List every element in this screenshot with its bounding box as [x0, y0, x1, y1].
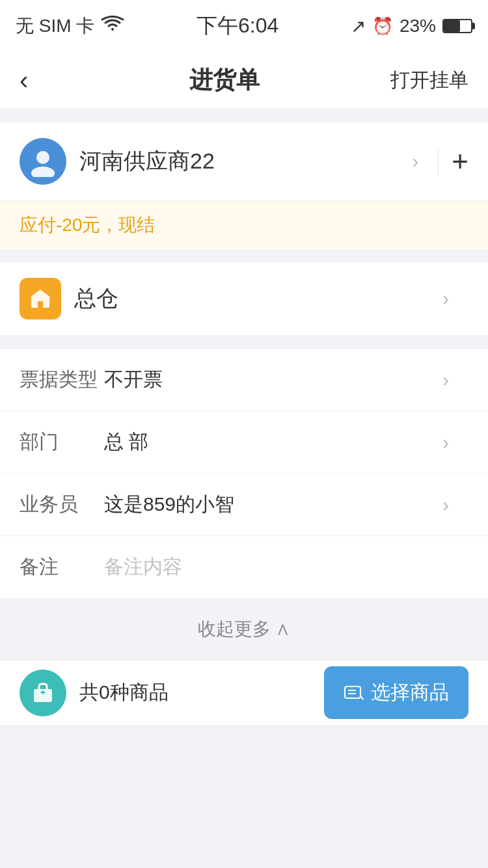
page-background — [0, 725, 488, 868]
svg-rect-4 — [38, 301, 43, 308]
select-product-button[interactable]: 选择商品 — [324, 666, 468, 719]
section-divider-3 — [0, 336, 488, 349]
salesperson-value: 这是859的小智 — [104, 491, 442, 518]
salesperson-row[interactable]: 业务员 这是859的小智 › — [0, 474, 488, 536]
department-row[interactable]: 部门 总 部 › — [0, 411, 488, 474]
add-button[interactable]: + — [438, 147, 468, 176]
salesperson-chevron-icon: › — [442, 494, 449, 516]
status-left: 无 SIM 卡 — [16, 14, 124, 38]
bottom-bar: 共0种商品 选择商品 — [0, 660, 488, 725]
battery-icon — [442, 19, 472, 33]
collapse-label: 收起更多 ∧ — [198, 617, 291, 642]
status-right: ↗ ⏰ 23% — [351, 16, 472, 37]
wifi-icon — [101, 15, 124, 38]
invoice-type-value: 不开票 — [104, 366, 442, 393]
warehouse-chevron-icon: › — [442, 288, 449, 310]
supplier-avatar — [20, 138, 66, 185]
location-icon: ↗ — [351, 16, 366, 37]
supplier-chevron-icon: › — [412, 150, 418, 172]
product-count-text: 共0种商品 — [79, 679, 324, 706]
remark-value: 备注内容 — [104, 554, 468, 580]
warehouse-name: 总仓 — [74, 284, 442, 314]
carrier-text: 无 SIM 卡 — [16, 14, 94, 38]
invoice-type-label: 票据类型 — [20, 366, 104, 393]
collapse-row[interactable]: 收起更多 ∧ — [0, 599, 488, 660]
supplier-name: 河南供应商22 — [79, 146, 412, 176]
form-section: 票据类型 不开票 › 部门 总 部 › 业务员 这是859的小智 › 备注 备注… — [0, 349, 488, 599]
page-title: 进货单 — [189, 64, 260, 96]
supplier-row[interactable]: 河南供应商22 › + — [0, 122, 488, 201]
product-icon — [20, 670, 66, 716]
invoice-chevron-icon: › — [442, 369, 449, 391]
section-divider-1 — [0, 109, 488, 122]
supplier-section: 河南供应商22 › + 应付-20元，现结 — [0, 122, 488, 249]
notice-bar: 应付-20元，现结 — [0, 201, 488, 249]
nav-bar: ‹ 进货单 打开挂单 — [0, 52, 488, 109]
remark-label: 备注 — [20, 554, 104, 580]
open-pending-button[interactable]: 打开挂单 — [390, 67, 468, 94]
back-button[interactable]: ‹ — [20, 66, 59, 95]
alarm-icon: ⏰ — [372, 16, 393, 36]
warehouse-icon — [20, 278, 61, 319]
notice-text: 应付-20元，现结 — [20, 215, 155, 235]
svg-point-0 — [36, 151, 49, 164]
department-label: 部门 — [20, 429, 104, 455]
svg-rect-8 — [345, 686, 360, 698]
department-chevron-icon: › — [442, 431, 449, 454]
section-divider-2 — [0, 249, 488, 262]
salesperson-label: 业务员 — [20, 491, 104, 518]
remark-row[interactable]: 备注 备注内容 — [0, 536, 488, 599]
svg-marker-3 — [30, 290, 51, 297]
svg-point-1 — [31, 167, 55, 177]
battery-text: 23% — [400, 16, 436, 36]
department-value: 总 部 — [104, 429, 442, 455]
time-text: 下午6:04 — [197, 12, 278, 40]
warehouse-row[interactable]: 总仓 › — [0, 262, 488, 336]
status-bar: 无 SIM 卡 下午6:04 ↗ ⏰ 23% — [0, 0, 488, 52]
invoice-type-row[interactable]: 票据类型 不开票 › — [0, 349, 488, 411]
select-product-label: 选择商品 — [371, 679, 449, 706]
